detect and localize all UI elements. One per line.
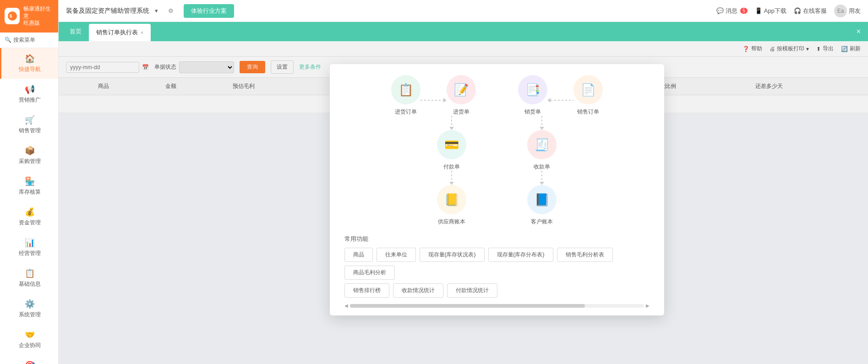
- settings-icon[interactable]: ⚙: [164, 4, 178, 18]
- scroll-left-icon[interactable]: ◀: [344, 303, 348, 308]
- app-download-btn[interactable]: 📱 App下载: [755, 7, 786, 15]
- customer-ledger-icon: 📘: [527, 185, 557, 214]
- operations-icon: 📊: [25, 238, 35, 248]
- sales-slip-icon: 📑: [518, 75, 547, 104]
- flow-sales-order[interactable]: 📄 销售订单: [573, 75, 603, 116]
- common-btn-product-profit[interactable]: 商品毛利分析: [344, 266, 395, 280]
- download-icon: 📱: [755, 7, 762, 14]
- system-dropdown[interactable]: ▾: [155, 7, 158, 14]
- modal-overlay[interactable]: 📋 进货订单: [59, 41, 868, 364]
- message-icon: 💬: [716, 7, 724, 14]
- flow-sales-slip[interactable]: 📑 销货单: [518, 75, 547, 116]
- flow-supplier-ledger[interactable]: 📒 供应商账本: [437, 185, 466, 226]
- enterprise-icon: 🤝: [25, 330, 35, 340]
- supplier-ledger-icon: 📒: [437, 185, 466, 214]
- sidebar-search[interactable]: 🔍 搜索菜单: [0, 33, 58, 48]
- common-btn-sales-rank[interactable]: 销售排行榜: [344, 283, 389, 298]
- page-body: ❓ 帮助 🖨 按模板打印 ▾ ⬆ 导出 🔄 刷新: [59, 41, 868, 364]
- sidebar-item-quick-nav[interactable]: 🏠 快捷导航: [0, 48, 58, 79]
- scroll-right-icon[interactable]: ▶: [646, 303, 650, 308]
- arrow-sales-order-to-slip: [547, 98, 573, 103]
- service-icon: 🎧: [794, 7, 801, 14]
- tab-sales-order[interactable]: 销售订单执行表 ×: [89, 24, 151, 41]
- sales-order-icon: 📄: [573, 75, 603, 104]
- tab-close-icon[interactable]: ×: [141, 30, 143, 35]
- quick-nav-modal: 📋 进货订单: [330, 64, 664, 315]
- purchase-order-label: 进货订单: [395, 108, 417, 116]
- dropdown-chevron-icon: ▾: [155, 7, 158, 14]
- customer-ledger-label: 客户账本: [531, 218, 553, 226]
- sales-icon: 🛒: [25, 115, 35, 125]
- sidebar-item-finance[interactable]: 💰 资金管理: [0, 201, 58, 232]
- quick-nav-icon: 🏠: [25, 54, 35, 64]
- supplier-ledger-label: 供应商账本: [438, 218, 465, 226]
- payment-slip-label: 付款单: [443, 163, 460, 171]
- topbar: 装备及固定资产辅助管理系统 ▾ ⚙ 体验行业方案 💬 消息 5 📱 App下载 …: [59, 0, 868, 22]
- basic-info-icon: 📋: [25, 268, 35, 278]
- inventory-icon: 🏪: [25, 176, 35, 186]
- sidebar-item-sales[interactable]: 🛒 销售管理: [0, 109, 58, 140]
- scrollbar-track[interactable]: [350, 304, 644, 308]
- sidebar-item-guide[interactable]: 🎯 新手引导: [0, 355, 58, 364]
- sidebar-item-marketing[interactable]: 📢 营销推广: [0, 79, 58, 109]
- flow-purchase-order[interactable]: 📋 进货订单: [391, 75, 420, 116]
- purchase-slip-icon: 📝: [447, 75, 476, 104]
- user-menu[interactable]: Ea 用友: [834, 5, 861, 17]
- logo-icon: 6: [5, 8, 20, 24]
- flow-receipt-slip[interactable]: 🧾 收款单: [527, 130, 557, 171]
- receipt-slip-label: 收款单: [534, 163, 550, 171]
- search-icon: 🔍: [5, 37, 11, 43]
- svg-point-0: [8, 11, 17, 21]
- common-functions-title: 常用功能: [344, 235, 650, 243]
- guide-icon: 🎯: [25, 360, 35, 364]
- experience-btn[interactable]: 体验行业方案: [184, 4, 234, 18]
- sidebar-item-inventory[interactable]: 🏪 库存核算: [0, 171, 58, 201]
- marketing-icon: 📢: [25, 84, 35, 94]
- message-btn[interactable]: 💬 消息 5: [716, 7, 748, 15]
- common-btn-receipt-stats[interactable]: 收款情况统计: [393, 283, 443, 298]
- close-all-tabs-btn[interactable]: ×: [853, 24, 864, 39]
- topbar-right: 💬 消息 5 📱 App下载 🎧 在线客服 Ea 用友: [716, 5, 861, 17]
- purchase-order-icon: 📋: [391, 75, 420, 104]
- sidebar-navigation: 🏠 快捷导航 📢 营销推广 🛒 销售管理 📦 采购管理 🏪 库存核算 💰: [0, 48, 58, 364]
- common-btn-product[interactable]: 商品: [344, 248, 373, 262]
- message-badge: 5: [740, 8, 748, 14]
- common-btn-payment-stats[interactable]: 付款情况统计: [447, 283, 497, 298]
- common-functions-section: 常用功能 商品 往来单位 现存量(库存状况表) 现存量(库存分布表) 销售毛利分…: [344, 235, 650, 298]
- arrow-payment-to-supplier: [449, 171, 454, 185]
- sales-slip-label: 销货单: [524, 108, 541, 116]
- sidebar-item-purchase[interactable]: 📦 采购管理: [0, 140, 58, 171]
- payment-slip-icon: 💳: [437, 130, 466, 159]
- main-content: 装备及固定资产辅助管理系统 ▾ ⚙ 体验行业方案 💬 消息 5 📱 App下载 …: [59, 0, 868, 364]
- modal-scrollbar: ◀ ▶: [344, 303, 650, 308]
- flow-payment-slip[interactable]: 💳 付款单: [437, 130, 466, 171]
- arrow-slip-to-receipt: [540, 116, 544, 130]
- common-buttons-row-2: 销售排行榜 收款情况统计 付款情况统计: [344, 283, 650, 298]
- common-btn-sales-profit[interactable]: 销售毛利分析表: [557, 248, 613, 262]
- sidebar-item-basic-info[interactable]: 📋 基础信息: [0, 263, 58, 293]
- sidebar-item-enterprise[interactable]: 🤝 企业协同: [0, 324, 58, 355]
- arrow-purchase-to-slip: [420, 98, 447, 103]
- tab-bar: 首页 销售订单执行表 × ×: [59, 22, 868, 41]
- flow-customer-ledger[interactable]: 📘 客户账本: [527, 185, 557, 226]
- scrollbar-thumb: [350, 304, 585, 308]
- purchase-slip-label: 进货单: [453, 108, 469, 116]
- purchase-icon: 📦: [25, 146, 35, 156]
- receipt-slip-icon: 🧾: [527, 130, 557, 159]
- online-service-btn[interactable]: 🎧 在线客服: [794, 7, 827, 15]
- logo-text: 畅康通好生意 旺惠版: [23, 5, 54, 27]
- sidebar-item-operations[interactable]: 📊 经营管理: [0, 232, 58, 263]
- arrow-slip-to-payment: [449, 116, 454, 130]
- sidebar: 6 畅康通好生意 旺惠版 🔍 搜索菜单 🏠 快捷导航 📢 营销推广 🛒: [0, 0, 59, 364]
- tab-home[interactable]: 首页: [62, 23, 89, 40]
- sidebar-logo: 6 畅康通好生意 旺惠版: [0, 0, 58, 33]
- flow-purchase-slip[interactable]: 📝 进货单: [447, 75, 476, 116]
- common-btn-partner[interactable]: 往来单位: [377, 248, 416, 262]
- common-btn-inventory-dist[interactable]: 现存量(库存分布表): [488, 248, 553, 262]
- common-buttons-row-1: 商品 往来单位 现存量(库存状况表) 现存量(库存分布表) 销售毛利分析表 商品…: [344, 248, 650, 280]
- sidebar-item-system[interactable]: ⚙️ 系统管理: [0, 293, 58, 324]
- common-btn-inventory-status[interactable]: 现存量(库存状况表): [420, 248, 485, 262]
- arrow-receipt-to-customer: [540, 171, 544, 185]
- system-icon: ⚙️: [25, 299, 35, 309]
- sales-order-label: 销售订单: [577, 108, 599, 116]
